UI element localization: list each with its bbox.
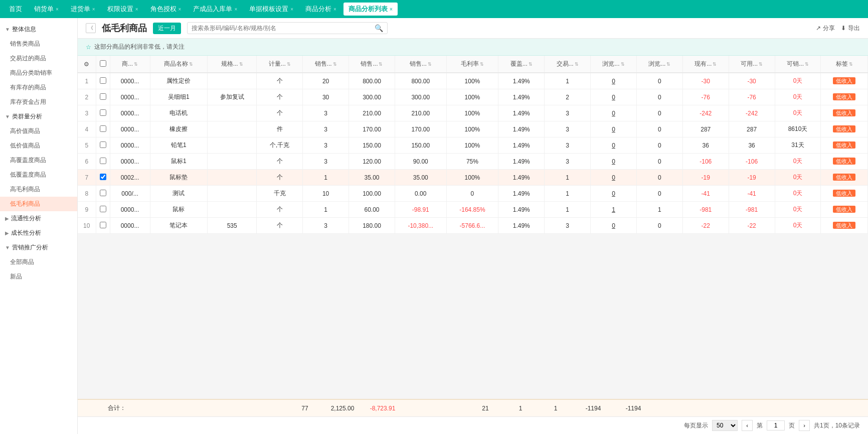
row-current-stock: -22	[682, 218, 729, 234]
close-icon[interactable]: ×	[390, 7, 393, 12]
col-unit[interactable]: 计量...⇅	[257, 56, 303, 73]
prev-page-button[interactable]: ‹	[742, 420, 753, 431]
col-settings[interactable]: ⚙	[78, 56, 96, 73]
close-icon[interactable]: ×	[135, 7, 138, 12]
row-checkbox[interactable]	[100, 222, 106, 228]
total-pages-info: 共1页，10条记录	[814, 421, 860, 430]
col-code[interactable]: 商...⇅	[110, 56, 150, 73]
close-icon[interactable]: ×	[56, 7, 59, 12]
sidebar-item-all-products[interactable]: 全部商品	[0, 255, 77, 269]
col-sales-price[interactable]: 销售...⇅	[349, 56, 395, 73]
sidebar-item-high-coverage[interactable]: 高覆盖度商品	[0, 153, 77, 168]
col-name[interactable]: 商品名称⇅	[150, 56, 207, 73]
sidebar-group-marketing[interactable]: ▼ 营销推广分析	[0, 240, 77, 255]
sidebar-item-category-rate[interactable]: 商品分类助销率	[0, 66, 77, 80]
col-available-stock[interactable]: 可用...⇅	[729, 56, 775, 73]
row-views1[interactable]: 0	[591, 137, 637, 154]
row-views1[interactable]: 0	[591, 154, 637, 170]
col-tag[interactable]: 标签⇅	[821, 56, 868, 73]
sidebar-item-traded-products[interactable]: 交易过的商品	[0, 51, 77, 66]
sidebar-item-low-coverage[interactable]: 低覆盖度商品	[0, 168, 77, 182]
row-views1[interactable]: 0	[591, 73, 637, 89]
row-views1[interactable]: 0	[591, 89, 637, 105]
period-button[interactable]: 近一月	[153, 23, 181, 34]
sidebar-collapse-button[interactable]: 《	[86, 23, 96, 33]
close-icon[interactable]: ×	[333, 7, 336, 12]
sidebar-item-high-value[interactable]: 高价值商品	[0, 124, 77, 138]
share-button[interactable]: ↗ 分享	[816, 24, 835, 33]
sidebar-item-in-stock[interactable]: 有库存的商品	[0, 80, 77, 95]
nav-product-analysis-list[interactable]: 商品分析列表 ×	[343, 3, 398, 16]
row-checkbox[interactable]	[100, 206, 106, 212]
nav-sales[interactable]: 销货单 ×	[29, 3, 64, 16]
next-page-button[interactable]: ›	[799, 420, 810, 431]
sidebar-group-circulation[interactable]: ▶ 流通性分析	[0, 211, 77, 226]
row-views1[interactable]: 0	[591, 186, 637, 202]
page-number-input[interactable]	[767, 420, 785, 430]
search-input[interactable]	[192, 25, 375, 32]
row-num: 6	[78, 154, 96, 170]
close-icon[interactable]: ×	[290, 7, 293, 12]
nav-permissions[interactable]: 权限设置 ×	[102, 3, 143, 16]
row-checkbox[interactable]	[100, 109, 106, 116]
row-checkbox[interactable]	[100, 77, 106, 84]
row-available-stock: -19	[729, 170, 775, 186]
row-checkbox[interactable]	[100, 141, 106, 148]
row-views2: 0	[636, 154, 682, 170]
row-gross-margin: 100%	[446, 170, 498, 186]
row-code: 0000...	[110, 137, 150, 154]
select-all-checkbox[interactable]	[100, 60, 106, 67]
nav-home[interactable]: 首页	[4, 3, 27, 16]
col-current-stock[interactable]: 现有...⇅	[682, 56, 729, 73]
col-sales-qty[interactable]: 销售...⇅	[303, 56, 349, 73]
table-row: 8 000/... 测试 千克 10 100.00 0.00 0 1.49% 1…	[78, 186, 868, 202]
row-checkbox[interactable]	[100, 125, 106, 132]
row-available-stock: -76	[729, 89, 775, 105]
nav-template-settings[interactable]: 单据模板设置 ×	[244, 3, 298, 16]
row-transactions: 3	[545, 154, 591, 170]
export-button[interactable]: ⬇ 导出	[841, 24, 860, 33]
col-gross-margin[interactable]: 毛利率⇅	[446, 56, 498, 73]
col-sales-profit[interactable]: 销售...⇅	[395, 56, 446, 73]
nav-purchase[interactable]: 进货单 ×	[66, 3, 100, 16]
col-transactions[interactable]: 交易...⇅	[545, 56, 591, 73]
sidebar-item-new-products[interactable]: 新品	[0, 269, 77, 284]
col-spec[interactable]: 规格...⇅	[208, 56, 257, 73]
sidebar-item-sales-products[interactable]: 销售类商品	[0, 37, 77, 51]
row-code: 0000...	[110, 73, 150, 89]
close-icon[interactable]: ×	[92, 7, 95, 12]
nav-roles[interactable]: 角色授权 ×	[145, 3, 187, 16]
row-views1[interactable]: 0	[591, 170, 637, 186]
search-icon[interactable]: 🔍	[375, 24, 383, 32]
row-checkbox[interactable]	[100, 190, 106, 196]
col-saleable-days[interactable]: 可销...⇅	[775, 56, 821, 73]
page-size-select[interactable]: 10 50 100	[712, 420, 738, 431]
layout: ▼ 整体信息 销售类商品 交易过的商品 商品分类助销率 有库存的商品 库存资金占…	[0, 18, 868, 434]
col-views1[interactable]: 浏览...⇅	[591, 56, 637, 73]
sidebar-group-growth[interactable]: ▶ 成长性分析	[0, 226, 77, 240]
sidebar-item-low-margin[interactable]: 低毛利商品	[0, 197, 77, 211]
sidebar-group-cluster[interactable]: ▼ 类群量分析	[0, 109, 77, 124]
nav-product-entry[interactable]: 产成品入库单 ×	[188, 3, 242, 16]
table-container[interactable]: ⚙ 商...⇅ 商品名称⇅ 规格...⇅ 计量...⇅ 销售...⇅ 销售...…	[78, 56, 868, 399]
col-views2[interactable]: 浏览...⇅	[636, 56, 682, 73]
row-views1[interactable]: 1	[591, 202, 637, 218]
close-icon[interactable]: ×	[179, 7, 182, 12]
row-tag: 低收入	[821, 89, 868, 105]
row-sales-qty: 3	[303, 154, 349, 170]
close-icon[interactable]: ×	[234, 7, 237, 12]
sidebar-item-high-margin[interactable]: 高毛利商品	[0, 182, 77, 197]
data-table: ⚙ 商...⇅ 商品名称⇅ 规格...⇅ 计量...⇅ 销售...⇅ 销售...…	[78, 56, 868, 234]
sidebar-item-low-value[interactable]: 低价值商品	[0, 138, 77, 153]
row-checkbox[interactable]	[100, 93, 106, 100]
row-views1[interactable]: 0	[591, 105, 637, 121]
row-views1[interactable]: 0	[591, 121, 637, 137]
nav-product-analysis[interactable]: 商品分析 ×	[300, 3, 341, 16]
row-checkbox[interactable]	[100, 158, 106, 164]
col-coverage[interactable]: 覆盖...⇅	[498, 56, 545, 73]
sidebar-group-overall[interactable]: ▼ 整体信息	[0, 22, 77, 37]
sidebar-item-stock-funds[interactable]: 库存资金占用	[0, 95, 77, 109]
row-coverage: 1.49%	[498, 105, 545, 121]
row-checkbox[interactable]	[100, 174, 106, 180]
row-views1[interactable]: 0	[591, 218, 637, 234]
